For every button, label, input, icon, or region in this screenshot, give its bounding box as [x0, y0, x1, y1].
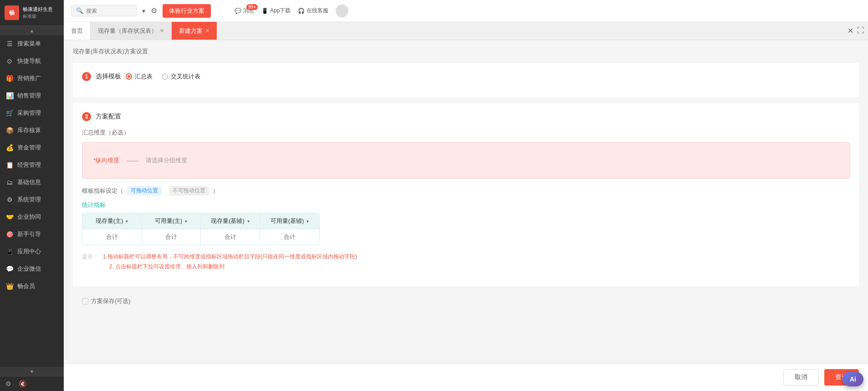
sidebar-item-system[interactable]: ⚙ 系统管理	[0, 191, 64, 208]
box-icon: 📦	[5, 126, 14, 134]
sidebar-item-quick-nav[interactable]: ⊙ 快捷导航	[0, 52, 64, 70]
radio-cross[interactable]: 交叉统计表	[162, 72, 200, 81]
sidebar-item-purchase[interactable]: 🛒 采购管理	[0, 104, 64, 122]
dimension-dash: ——	[127, 157, 138, 164]
settings-gear-icon[interactable]: ⚙	[151, 6, 157, 15]
settings-icon[interactable]: ⚙	[5, 380, 11, 387]
search-input[interactable]	[86, 8, 132, 14]
phone-icon: 📱	[5, 247, 14, 256]
sidebar-item-label: 库存核算	[17, 126, 41, 134]
checkbox-box	[82, 298, 88, 304]
tab-inventory-status[interactable]: 现存量（库存状况表） ✕	[91, 22, 172, 40]
sidebar-scroll-down[interactable]: ▼	[0, 367, 64, 376]
sidebar-item-marketing[interactable]: 🎁 营销推广	[0, 70, 64, 87]
tab-expand-icon[interactable]: ⛶	[857, 26, 864, 35]
tab-new-plan-label: 新建方案	[179, 27, 203, 35]
stats-table-header-row: 现存量(主) ▾ 可用量(主) ▾ 现存量(基辅) ▾ 可用量(基辅) ▾	[82, 213, 319, 229]
tip-1: 1.拖动标题栏可以调整布局，不可跨维度或指标区域拖动栏目字段(只能在同一维度或指…	[103, 253, 357, 260]
stats-table: 现存量(主) ▾ 可用量(主) ▾ 现存量(基辅) ▾ 可用量(基辅) ▾	[82, 213, 320, 245]
topbar-search-box[interactable]: 🔍	[71, 5, 137, 16]
col-body-2: 合计	[201, 229, 260, 245]
sidebar-item-sales[interactable]: 📊 销售管理	[0, 87, 64, 104]
topbar-right: 💬 消息 99+ 📱 App下载 🎧 在线客服	[235, 5, 356, 17]
topbar: 🔍 ▾ ⚙ 体验行业方案 💬 消息 99+ 📱 App下载 🎧 在线客服	[64, 0, 868, 22]
tab-new-plan-close[interactable]: ✕	[205, 28, 209, 34]
col-header-3[interactable]: 可用量(基辅) ▾	[260, 213, 319, 229]
col-label-0: 现存量(主)	[96, 217, 123, 225]
sidebar-item-cooperation[interactable]: 🤝 企业协同	[0, 208, 64, 226]
sidebar-item-base-info[interactable]: 🗂 基础信息	[0, 174, 64, 191]
non-draggable-tag: 不可拖动位置	[169, 186, 209, 196]
brand-logo: 畅	[5, 5, 19, 20]
service-button[interactable]: 🎧 在线客服	[298, 7, 328, 15]
chevron-down-icon-2: ▾	[247, 219, 250, 224]
industry-btn[interactable]: 体验行业方案	[163, 4, 211, 18]
page-content: 现存量(库存状况表)方案设置 1 选择模板 汇总表 交叉统计表	[64, 40, 868, 363]
sidebar-item-label: 营销推广	[17, 74, 41, 82]
tabbar-controls: ✕ ⛶	[848, 26, 868, 35]
stats-section-title: 统计指标	[82, 201, 850, 209]
ai-fab-button[interactable]: Ai	[842, 372, 863, 386]
sidebar-item-operation[interactable]: 📋 经营管理	[0, 156, 64, 174]
handshake-icon: 🤝	[5, 213, 14, 221]
search-menu-icon: ☰	[5, 40, 14, 48]
section2-header: 2 方案配置	[82, 112, 850, 121]
tab-new-plan[interactable]: 新建方案 ✕	[172, 22, 217, 40]
message-icon: 💬	[235, 8, 241, 14]
tab-home[interactable]: 首页	[64, 22, 91, 40]
sidebar-item-inventory[interactable]: 📦 库存核算	[0, 122, 64, 139]
search-icon: 🔍	[76, 7, 83, 14]
cancel-button[interactable]: 取消	[783, 369, 819, 386]
tip-label: 提示： 1.拖动标题栏可以调整布局，不可跨维度或指标区域拖动栏目字段(只能在同一…	[82, 252, 850, 262]
indicator-settings-label: 模板指标设定（ 可拖动位置 不可拖动位置 ）	[82, 186, 850, 196]
sidebar-item-finance[interactable]: 💰 资金管理	[0, 139, 64, 156]
sound-icon[interactable]: 🔇	[19, 380, 26, 387]
tips-area: 提示： 1.拖动标题栏可以调整布局，不可跨维度或指标区域拖动栏目字段(只能在同一…	[82, 252, 850, 272]
col-header-1[interactable]: 可用量(主) ▾	[142, 213, 201, 229]
cart-icon: 🛒	[5, 109, 14, 117]
page-footer: 方案保存(可选)	[73, 292, 859, 305]
sidebar-item-label: 经营管理	[17, 161, 41, 169]
col-header-0[interactable]: 现存量(主) ▾	[82, 213, 142, 229]
sidebar-item-label: 快捷导航	[17, 57, 41, 65]
sidebar-footer: ⚙ 🔇	[0, 376, 64, 391]
tab-inventory-close[interactable]: ✕	[160, 28, 164, 34]
gift-icon: 🎁	[5, 74, 14, 82]
radio-cross-label: 交叉统计表	[171, 72, 200, 81]
sidebar-item-label: 基础信息	[17, 178, 41, 186]
section1-header: 1 选择模板 汇总表 交叉统计表	[82, 72, 850, 81]
col-body-0: 合计	[82, 229, 142, 245]
sidebar-item-search-menu[interactable]: ☰ 搜索菜单	[0, 35, 64, 52]
save-checkbox-label: 方案保存(可选)	[91, 297, 131, 305]
dropdown-icon[interactable]: ▾	[142, 7, 145, 15]
sidebar-item-member[interactable]: 👑 畅会员	[0, 278, 64, 295]
msg-button[interactable]: 💬 消息 99+	[235, 7, 254, 15]
clipboard-icon: 📋	[5, 161, 14, 169]
sidebar-nav: ☰ 搜索菜单 ⊙ 快捷导航 🎁 营销推广 📊 销售管理 🛒 采购管理 📦 库存核…	[0, 35, 64, 367]
section2-num: 2	[82, 112, 91, 121]
chevron-down-icon-0: ▾	[126, 219, 128, 224]
sidebar-item-app-center[interactable]: 📱 应用中心	[0, 243, 64, 260]
save-checkbox[interactable]: 方案保存(可选)	[82, 297, 131, 305]
radio-summary[interactable]: 汇总表	[126, 72, 153, 81]
app-download-button[interactable]: 📱 App下载	[261, 7, 291, 15]
tab-home-label: 首页	[71, 27, 83, 35]
radio-summary-label: 汇总表	[135, 72, 153, 81]
col-body-1: 合计	[142, 229, 201, 245]
chevron-down-icon-1: ▾	[185, 219, 187, 224]
headset-icon: 🎧	[298, 8, 305, 14]
col-header-2[interactable]: 现存量(基辅) ▾	[201, 213, 260, 229]
sidebar-item-guide[interactable]: 🎯 新手引导	[0, 226, 64, 243]
tip-2: 2. 点击标题栏下拉可设置排序、插入列和删除列	[82, 262, 850, 272]
sidebar-scroll-up[interactable]: ▲	[0, 26, 64, 35]
section1-num: 1	[82, 72, 91, 81]
tabbar: 首页 现存量（库存状况表） ✕ 新建方案 ✕ ✕ ⛶	[64, 22, 868, 40]
tab-close-icon[interactable]: ✕	[848, 26, 853, 35]
radio-cross-circle	[162, 73, 168, 80]
action-bar: 取消 查询	[64, 363, 868, 391]
stats-table-body-row: 合计 合计 合计 合计	[82, 229, 319, 245]
chevron-down-icon-3: ▾	[306, 219, 309, 224]
section-config: 2 方案配置 汇总维度（必选） *纵向维度 —— 请选择分组维度 模板指标设定（…	[73, 103, 859, 286]
sidebar-item-label: 采购管理	[17, 109, 41, 117]
sidebar-item-wechat[interactable]: 💬 企业微信	[0, 260, 64, 278]
